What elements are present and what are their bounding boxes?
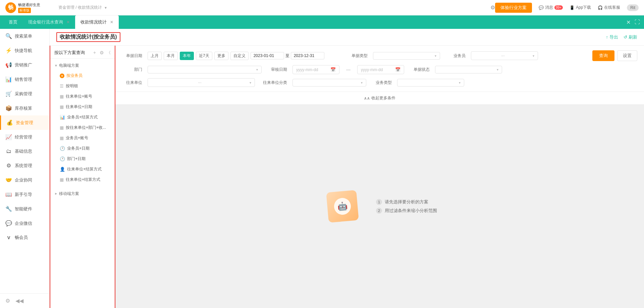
sidebar-item-basic[interactable]: 🗂 基础信息 [0, 144, 49, 158]
scheme-panel: 按以下方案查询 ＋ ⚙ 《 ▼ 电脑端方案 ● 按业务员 [50, 46, 115, 308]
scheme-item-unit-dept[interactable]: ▦ 按往来单位+部门+收... [50, 122, 115, 133]
desktop-group-arrow: ▼ [54, 64, 58, 67]
message-icon: 💬 [539, 5, 544, 10]
query-btn[interactable]: 查询 [592, 50, 614, 61]
online-service-btn[interactable]: 🎧 在线客服 [598, 5, 620, 10]
scheme-item-detail[interactable]: ☰ 按明细 [50, 81, 115, 91]
collapse-sidebar-icon[interactable]: ◀◀ [15, 298, 23, 304]
business-type-selector[interactable]: ▾ [397, 79, 464, 87]
scheme-item-unit-settlement2[interactable]: ▦ 往来单位+结算方式 [50, 174, 115, 185]
date-btn-custom[interactable]: 自定义 [230, 52, 249, 60]
scheme-settings-btn[interactable]: ⚙ [100, 50, 104, 55]
sidebar-item-hardware[interactable]: 🔧 智能硬件 [0, 202, 49, 216]
collab-icon: 🤝 [5, 177, 12, 183]
scheme-item-staff-date[interactable]: 🕐 业务员+日期 [50, 143, 115, 154]
top-header: 畅 畅捷通好生意 标准版 资金管理 / 收款情况统计 ▾ ⚙ 体验行业方案 💬 … [0, 0, 644, 15]
logo-name: 畅捷通好生意 [18, 2, 40, 7]
gear-settings-icon[interactable]: ⚙ [490, 5, 495, 10]
sidebar-item-collab[interactable]: 🤝 企业协同 [0, 173, 49, 187]
app-download-btn[interactable]: 📱 App下载 [570, 5, 591, 10]
scheme-item-unit-account[interactable]: ▦ 往来单位+账号 [50, 91, 115, 102]
sidebar-item-wechat[interactable]: 💬 企业微信 [0, 216, 49, 230]
scheme-item-staff-account[interactable]: ▦ 业务员+账号 [50, 133, 115, 143]
tab-bank-flow[interactable]: 现金银行流水查询 ✕ [23, 15, 75, 29]
sidebar-item-marketing[interactable]: 📢 营销推广 [0, 58, 49, 72]
messages-btn[interactable]: 💬 消息 99+ [539, 5, 563, 10]
date-btn-last-month[interactable]: 上月 [148, 52, 162, 60]
settings-btn[interactable]: 设置 [617, 50, 637, 61]
date-btn-this-year[interactable]: 本年 [180, 52, 194, 60]
trial-btn[interactable]: 体验行业方案 [495, 3, 532, 13]
date-end-input[interactable] [291, 52, 324, 59]
dept-arrow: ▾ [256, 68, 258, 71]
marketing-icon: 📢 [5, 62, 12, 68]
date-btn-this-month[interactable]: 本月 [164, 52, 178, 60]
settings-bottom-icon[interactable]: ⚙ [5, 298, 10, 304]
counterparty-dots[interactable]: ··· [198, 80, 201, 85]
breadcrumb-text: 资金管理 / 收款情况统计 [58, 5, 102, 10]
user-btn[interactable]: Rit [627, 4, 639, 11]
mobile-group-header[interactable]: ▼ 移动端方案 [50, 189, 115, 199]
filter-actions: 查询 设置 [592, 50, 637, 61]
bill-status-label: 单据状态 [410, 67, 430, 72]
user-name: Rit [630, 5, 635, 10]
sidebar-item-guide[interactable]: 📖 新手引导 [0, 187, 49, 202]
sidebar-item-operation[interactable]: 📈 经营管理 [0, 130, 49, 144]
scheme-item-staff-settlement[interactable]: 📊 业务员+结算方式 [50, 112, 115, 122]
collection-stats-tab-close[interactable]: ✕ [110, 20, 113, 24]
sidebar-item-member[interactable]: V 畅会员 [0, 230, 49, 245]
review-date-start[interactable]: yyyy-mm-dd 📅 [292, 65, 339, 74]
scheme-detail-label: 按明细 [66, 83, 78, 89]
date-btn-7days[interactable]: 近7天 [196, 52, 212, 60]
page-actions: ↑ 导出 ↺ 刷新 [606, 34, 638, 40]
counterparty-selector[interactable]: ··· ▾ [148, 78, 255, 87]
sidebar-item-sales[interactable]: 📊 销售管理 [0, 72, 49, 87]
window-close-icon[interactable]: ✕ [626, 19, 631, 25]
salesperson-dots[interactable]: ··· [501, 53, 504, 58]
bill-status-selector[interactable]: ▾ [435, 66, 502, 73]
scheme-item-dept-date[interactable]: 🕐 部门+日期 [50, 154, 115, 164]
empty-hint-2: 2 用过滤条件来缩小分析范围 [376, 208, 437, 214]
counterparty-cat-arrow: ▾ [361, 81, 363, 85]
counterparty-label: 往来单位 [122, 80, 142, 86]
review-date-end[interactable]: yyyy-mm-dd 📅 [357, 65, 404, 74]
department-selector[interactable]: ▾ [148, 66, 262, 73]
sidebar-item-search[interactable]: 🔍 搜索菜单 [0, 29, 49, 43]
scheme-title: 按以下方案查询 [54, 50, 90, 56]
sidebar-item-finance[interactable]: 💰 资金管理 [0, 115, 49, 130]
refresh-btn[interactable]: ↺ 刷新 [624, 34, 637, 40]
scheme-item-unit-date[interactable]: ▦ 往来单位+日期 [50, 102, 115, 112]
window-expand-icon[interactable]: ⛶ [635, 19, 640, 25]
collapse-icon: ∧∧ [364, 96, 370, 101]
add-scheme-btn[interactable]: ＋ [92, 50, 97, 56]
date-range: 至 [251, 52, 324, 59]
tab-bar: 首页 现金银行流水查询 ✕ 收款情况统计 ✕ ✕ ⛶ [0, 15, 644, 29]
download-icon: 📱 [570, 5, 575, 10]
tab-collection-stats[interactable]: 收款情况统计 ✕ [75, 15, 119, 29]
counterparty-cat-selector[interactable]: ▾ [292, 79, 366, 87]
date-start-input[interactable] [251, 52, 284, 59]
export-btn[interactable]: ↑ 导出 [606, 34, 619, 40]
collapse-scheme-btn[interactable]: 《 [107, 50, 111, 56]
sidebar-item-nav[interactable]: ⚡ 快捷导航 [0, 43, 49, 58]
content-wrapper: 按以下方案查询 ＋ ⚙ 《 ▼ 电脑端方案 ● 按业务员 [50, 46, 644, 308]
scheme-item-unit-settlement1[interactable]: 👤 往来单位+结算方式 [50, 164, 115, 174]
bank-flow-tab-close[interactable]: ✕ [66, 20, 70, 24]
breadcrumb-dropdown-icon[interactable]: ▾ [105, 5, 107, 10]
collapse-bar[interactable]: ∧∧ 收起更多条件 [115, 92, 644, 105]
desktop-group-header[interactable]: ▼ 电脑端方案 [50, 61, 115, 70]
business-type-label: 业务类型 [372, 80, 392, 86]
scheme-item-salesperson[interactable]: ● 按业务员 [50, 70, 115, 81]
empty-hint-1: 1 请先选择要分析的方案 [376, 199, 437, 205]
active-indicator: ● [60, 73, 64, 78]
sidebar-item-system[interactable]: ⚙ 系统管理 [0, 158, 49, 173]
date-btn-more[interactable]: 更多 [214, 52, 228, 60]
bill-type-selector[interactable]: ▾ [373, 52, 440, 60]
sales-icon: 📊 [5, 76, 12, 83]
sidebar-item-purchase[interactable]: 🛒 采购管理 [0, 87, 49, 101]
sidebar-item-inventory[interactable]: 📦 库存核算 [0, 101, 49, 115]
tab-home[interactable]: 首页 [3, 15, 23, 29]
salesperson-selector[interactable]: ··· ▾ [471, 51, 538, 60]
refresh-icon: ↺ [624, 35, 627, 40]
edition-badge: 标准版 [18, 8, 31, 13]
